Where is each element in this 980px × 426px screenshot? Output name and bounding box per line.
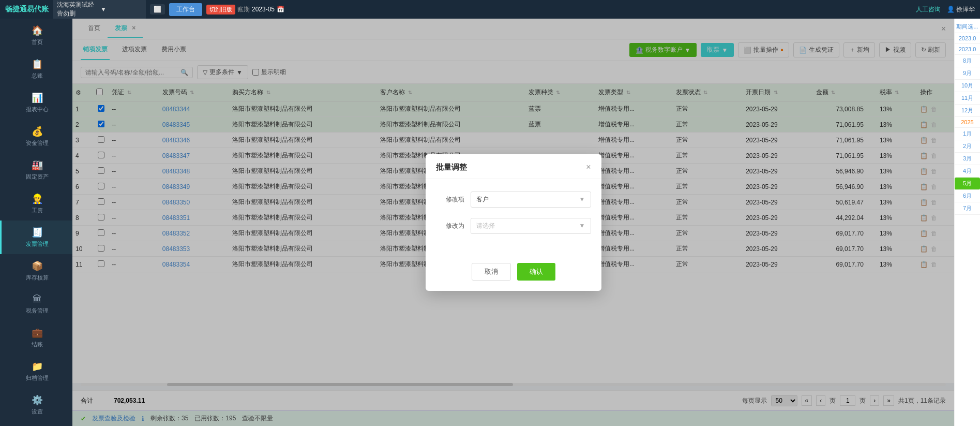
sidebar-item-salary[interactable]: 👷 工资 <box>0 187 72 221</box>
settlement-icon: 💼 <box>32 327 43 339</box>
modify-value-label: 修改为 <box>436 222 464 230</box>
timeline-item-jul[interactable]: 7月 <box>955 202 980 215</box>
top-bar: 畅捷通易代账 沈海英测试经营勿删 ▼ ⬜ 工作台 切到旧版 账期 2023-05… <box>0 0 980 19</box>
company-selector[interactable]: 沈海英测试经营勿删 ▼ <box>53 0 146 20</box>
period-area: 切到旧版 账期 2023-05 📅 <box>206 5 284 14</box>
sidebar-item-ledger[interactable]: 📋 总账 <box>0 52 72 86</box>
workspace-btn[interactable]: 工作台 <box>169 3 202 16</box>
sidebar-item-label: 结账 <box>32 341 43 348</box>
timeline-item-may[interactable]: 5月 <box>955 178 980 190</box>
content-area: 首页 发票 × × 销项发票 进项发票 费用小票 🏦 税务数字账户 <box>72 19 954 426</box>
sidebar-item-tax[interactable]: 🏛 税务管理 <box>0 288 72 321</box>
top-bar-right: 人工咨询 👤 徐泽华 <box>916 5 975 14</box>
assets-icon: 🏭 <box>32 159 43 171</box>
finance-icon: 💰 <box>32 126 43 137</box>
sidebar-item-finance[interactable]: 💰 资金管理 <box>0 120 72 153</box>
modify-value-row: 修改为 请选择 ▼ <box>436 218 591 234</box>
sidebar-item-label: 资金管理 <box>26 139 49 147</box>
app-logo: 畅捷通易代账 <box>5 5 49 14</box>
sidebar-item-label: 工资 <box>32 207 43 214</box>
company-dropdown-arrow: ▼ <box>100 6 142 13</box>
timeline-item-nov[interactable]: 11月 <box>955 92 980 105</box>
timeline-item-feb[interactable]: 2月 <box>955 140 980 153</box>
modify-field-label: 修改项 <box>436 195 464 204</box>
home-icon: 🏠 <box>32 25 43 36</box>
sidebar-item-inventory[interactable]: 📦 库存核算 <box>0 254 72 288</box>
modify-field-row: 修改项 客户 ▼ <box>436 192 591 208</box>
sidebar-item-invoice[interactable]: 🧾 发票管理 <box>0 221 72 254</box>
sidebar-item-label: 税务管理 <box>26 307 49 315</box>
timeline-item-aug[interactable]: 8月 <box>955 55 980 67</box>
confirm-btn[interactable]: 确认 <box>517 263 555 281</box>
user-avatar-icon: 👤 <box>947 6 955 13</box>
timeline-item-sep[interactable]: 9月 <box>955 67 980 80</box>
timeline-item-jan[interactable]: 1月 <box>955 128 980 140</box>
timeline-item-2023a[interactable]: 2023.0 <box>955 33 980 44</box>
settings-icon: ⚙️ <box>32 394 43 406</box>
timeline-item-apr[interactable]: 4月 <box>955 165 980 178</box>
dialog-overlay[interactable]: 批量调整 × 修改项 客户 ▼ 修改为 请选择 <box>72 19 954 426</box>
dialog-close-btn[interactable]: × <box>586 163 591 172</box>
support-btn[interactable]: 人工咨询 <box>916 5 941 14</box>
timeline-item-period[interactable]: 期间选... <box>955 21 980 33</box>
modify-value-placeholder: 请选择 <box>476 222 495 230</box>
sidebar-item-label: 报表中心 <box>26 106 49 113</box>
dialog-title: 批量调整 <box>436 163 467 172</box>
modify-field-select[interactable]: 客户 ▼ <box>471 192 591 208</box>
period-calendar-icon[interactable]: 📅 <box>277 6 284 13</box>
salary-icon: 👷 <box>32 193 43 204</box>
timeline-item-jun[interactable]: 6月 <box>955 190 980 202</box>
timeline-panel: 期间选... 2023.0 2023.0 8月 9月 10月 11月 12月 2… <box>954 19 980 426</box>
sidebar-item-label: 设置 <box>32 408 43 416</box>
batch-adjust-dialog: 批量调整 × 修改项 客户 ▼ 修改为 请选择 <box>426 154 601 291</box>
sidebar-item-archive[interactable]: 📁 归档管理 <box>0 355 72 388</box>
ledger-icon: 📋 <box>32 58 43 70</box>
inventory-icon: 📦 <box>32 260 43 272</box>
period-value: 2023-05 <box>252 6 275 13</box>
timeline-item-dec[interactable]: 12月 <box>955 105 980 117</box>
reports-icon: 📊 <box>32 92 43 104</box>
period-label: 账期 <box>237 5 250 14</box>
company-settings-btn[interactable]: ⬜ <box>150 4 165 14</box>
timeline-item-mar[interactable]: 3月 <box>955 153 980 165</box>
sidebar-item-label: 发票管理 <box>26 240 49 248</box>
timeline-item-2023b[interactable]: 2023.0 <box>955 44 980 55</box>
sidebar-item-label: 库存核算 <box>26 274 49 282</box>
sidebar-item-label: 归档管理 <box>26 374 49 382</box>
timeline-item-oct[interactable]: 10月 <box>955 80 980 92</box>
user-info[interactable]: 👤 徐泽华 <box>947 5 975 14</box>
sidebar-item-settlement[interactable]: 💼 结账 <box>0 321 72 355</box>
archive-icon: 📁 <box>32 361 43 372</box>
sidebar-item-reports[interactable]: 📊 报表中心 <box>0 86 72 120</box>
field-dropdown-arrow: ▼ <box>579 196 585 203</box>
company-name: 沈海英测试经营勿删 <box>57 1 98 18</box>
dialog-header: 批量调整 × <box>426 154 601 179</box>
top-bar-middle: 工作台 切到旧版 账期 2023-05 📅 <box>169 3 912 16</box>
sidebar-item-label: 首页 <box>32 38 43 46</box>
user-name: 徐泽华 <box>956 5 975 14</box>
modify-field-value: 客户 <box>476 195 489 204</box>
sidebar-item-guide[interactable]: 📗 新手引导 <box>0 422 72 426</box>
sidebar-item-settings[interactable]: ⚙️ 设置 <box>0 388 72 422</box>
timeline-item-2025[interactable]: 2025 <box>955 117 980 128</box>
cancel-btn[interactable]: 取消 <box>472 263 511 281</box>
dialog-body: 修改项 客户 ▼ 修改为 请选择 ▼ <box>426 179 601 257</box>
sidebar-item-label: 总账 <box>32 72 43 80</box>
tax-icon: 🏛 <box>33 294 42 305</box>
sidebar-item-home[interactable]: 🏠 首页 <box>0 19 72 52</box>
sidebar: 🏠 首页 📋 总账 📊 报表中心 💰 资金管理 🏭 固定资产 👷 工资 🧾 发票… <box>0 19 72 426</box>
invoice-icon: 🧾 <box>32 227 43 238</box>
switch-period-btn[interactable]: 切到旧版 <box>206 5 235 14</box>
dialog-footer: 取消 确认 <box>426 257 601 291</box>
sidebar-item-assets[interactable]: 🏭 固定资产 <box>0 153 72 187</box>
value-dropdown-arrow: ▼ <box>579 222 585 229</box>
sidebar-item-label: 固定资产 <box>26 173 49 181</box>
modify-value-select[interactable]: 请选择 ▼ <box>471 218 591 234</box>
